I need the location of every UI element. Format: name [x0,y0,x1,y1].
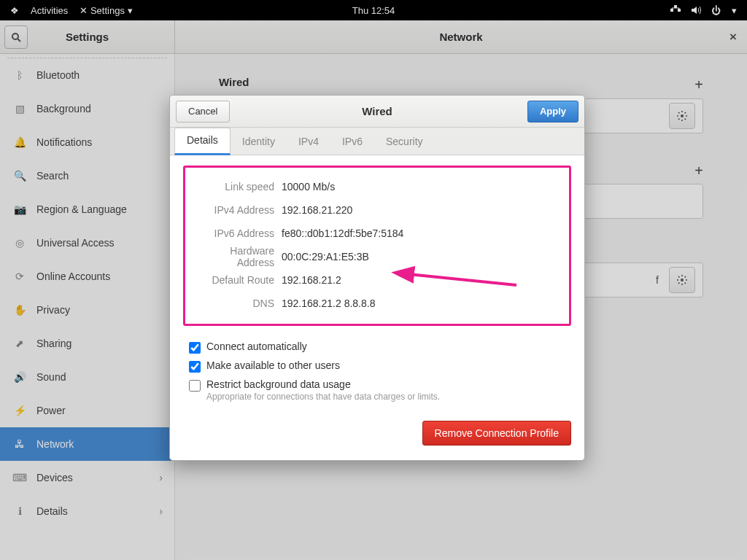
system-menu-chevron-icon[interactable]: ▾ [732,5,737,16]
checkbox-connect-auto[interactable]: Connect automatically [183,341,571,354]
details-highlight-box: Link speed10000 Mb/s IPv4 Address192.168… [183,166,571,326]
tab-ipv4[interactable]: IPv4 [287,130,330,155]
checkbox-restrict-bg-label: Restrict background data usage [206,378,351,390]
apply-button[interactable]: Apply [527,101,578,122]
tab-ipv6[interactable]: IPv6 [330,130,374,155]
label-route: Default Route [194,274,282,286]
checkbox-restrict-bg[interactable]: Restrict background data usage Appropria… [183,378,571,402]
cancel-button[interactable]: Cancel [176,101,230,122]
dialog-tabs: Details Identity IPv4 IPv6 Security [170,128,584,155]
checkbox-available-others-input[interactable] [189,361,201,373]
checkbox-connect-auto-input[interactable] [189,342,201,354]
settings-icon: ✕ [80,5,88,16]
label-ipv6: IPv6 Address [194,228,282,239]
network-status-icon[interactable] [670,5,681,15]
label-hw: Hardware Address [194,245,282,268]
value-ipv4: 192.168.21.220 [282,204,352,216]
gnome-top-bar: ❖ Activities ✕ Settings ▾ Thu 12:54 ⏻ ▾ [0,0,747,20]
tab-identity[interactable]: Identity [231,130,287,155]
power-icon[interactable]: ⏻ [711,5,721,15]
dialog-header: Cancel Wired Apply [170,96,584,128]
tab-details[interactable]: Details [174,128,231,155]
os-menu-icon[interactable]: ❖ [6,5,23,16]
value-hw: 00:0C:29:A1:E5:3B [282,251,369,262]
tab-security[interactable]: Security [374,130,435,155]
value-dns: 192.168.21.2 8.8.8.8 [282,298,375,309]
checkbox-restrict-bg-sublabel: Appropriate for connections that have da… [206,392,440,402]
value-link-speed: 10000 Mb/s [282,181,335,192]
value-ipv6: fe80::d0b1:12df:5be7:5184 [282,228,403,239]
app-menu-label: Settings [90,5,125,16]
volume-icon[interactable] [691,5,701,15]
checkbox-available-others[interactable]: Make available to other users [183,359,571,373]
checkbox-connect-auto-label: Connect automatically [206,341,307,352]
activities-button[interactable]: Activities [26,5,72,16]
app-menu[interactable]: ✕ Settings ▾ [75,5,136,16]
checkbox-restrict-bg-input[interactable] [189,380,201,392]
label-dns: DNS [194,298,282,309]
checkbox-available-others-label: Make available to other users [206,359,340,371]
label-link-speed: Link speed [194,181,282,192]
wired-connection-dialog: Cancel Wired Apply Details Identity IPv4… [169,95,585,461]
value-route: 192.168.21.2 [282,274,341,286]
chevron-down-icon: ▾ [128,5,133,16]
clock[interactable]: Thu 12:54 [352,5,395,16]
dialog-title: Wired [362,105,392,117]
label-ipv4: IPv4 Address [194,204,282,216]
remove-connection-button[interactable]: Remove Connection Profile [422,421,571,446]
